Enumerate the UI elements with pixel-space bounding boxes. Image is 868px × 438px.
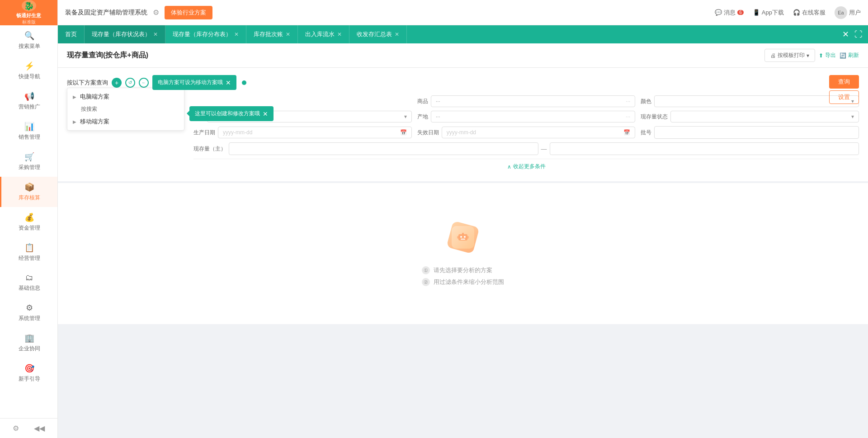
origin-select[interactable]: ··· ··· (431, 111, 636, 122)
reset-button[interactable]: 设置 (829, 90, 859, 104)
scheme-mobile-item[interactable]: ▶ 移动端方案 (67, 115, 184, 128)
sidebar-item-label: 搜索菜单 (19, 42, 40, 50)
industry-button[interactable]: 体验行业方案 (165, 6, 212, 19)
goods-label: 商品 (417, 98, 428, 105)
batch-input[interactable] (654, 126, 859, 139)
finance-icon: 💰 (24, 212, 34, 222)
collapse-bar[interactable]: ∧ 收起更多条件 (193, 159, 859, 174)
stock-qty-label: 现存量（主） (193, 145, 226, 153)
tab-summary[interactable]: 收发存汇总表 ✕ (349, 25, 407, 43)
app-download-item[interactable]: 📱 App下载 (753, 9, 784, 17)
message-label: 消息 (724, 9, 736, 17)
scheme-desktop-item[interactable]: ▶ 电脑端方案 (67, 90, 184, 104)
sidebar-item-label: 营销推广 (19, 103, 40, 111)
sidebar-item-finance[interactable]: 💰 资金管理 (0, 207, 57, 237)
refresh-scheme-button[interactable]: ↺ (125, 78, 135, 88)
sidebar-item-label: 经营管理 (19, 254, 40, 262)
empty-steps: ① 请先选择要分析的方案 ② 用过滤条件来缩小分析范围 (422, 264, 504, 288)
collapse-button[interactable]: ◀◀ (34, 424, 45, 433)
stock-status-label: 现存量状态 (641, 113, 668, 121)
guide-icon: 🎯 (24, 363, 34, 373)
filter-area: 按以下方案查询 + ↺ ← 电脑方案可设为移动方案哦 ✕ ▶ 电脑端方案 (58, 68, 868, 181)
sidebar-item-purchase[interactable]: 🛒 采购管理 (0, 146, 57, 177)
page-header-actions: 🖨 按模板打印 ▾ ⬆ 导出 🔄 刷新 (764, 49, 859, 62)
message-item[interactable]: 💬 消息 6 (715, 9, 744, 17)
service-item[interactable]: 🎧 在线客服 (793, 9, 826, 17)
scheme-sub-item[interactable]: 按搜索 (67, 104, 184, 115)
expire-date-input[interactable]: yyyy-mm-dd 📅 (442, 127, 636, 138)
chevron-down-icon: ▾ (807, 52, 809, 59)
tab-inventory-dist-close[interactable]: ✕ (234, 31, 239, 38)
sidebar: 🐉 畅通好生意 标准版 🔍 搜索菜单 ⚡ 快捷导航 📢 营销推广 📊 销售管理 … (0, 0, 58, 438)
sidebar-item-marketing[interactable]: 📢 营销推广 (0, 86, 57, 116)
filter-row-2: 尺码 产地 ··· ··· 现存量状态 (193, 111, 859, 122)
stock-qty-from-input[interactable] (229, 142, 538, 155)
origin-label: 产地 (417, 113, 428, 121)
chevron-right-icon2: ▶ (73, 119, 76, 124)
sidebar-item-guide[interactable]: 🎯 新手引导 (0, 358, 57, 388)
settings-gear-button[interactable]: ⚙ (153, 8, 159, 17)
goods-select[interactable]: ··· ··· (431, 95, 636, 107)
export-button[interactable]: ⬆ 导出 (819, 52, 836, 59)
tab-flow-label: 出入库流水 (305, 30, 335, 38)
tab-flow-close[interactable]: ✕ (337, 31, 342, 38)
print-icon: 🖨 (770, 52, 776, 59)
tab-summary-close[interactable]: ✕ (395, 31, 399, 38)
phone-icon: 📱 (753, 9, 760, 16)
chevron-right-icon: ▶ (73, 94, 76, 99)
tab-fullscreen-button[interactable]: ⛶ (853, 28, 864, 41)
stock-qty-to-input[interactable] (550, 142, 859, 155)
calendar-icon1[interactable]: 📅 (400, 129, 407, 136)
sidebar-item-system[interactable]: ⚙ 系统管理 (0, 297, 57, 328)
sidebar-item-search[interactable]: 🔍 搜索菜单 (0, 25, 57, 56)
tab-inventory-dist-label: 现存量（库存分布表） (173, 30, 231, 38)
scheme-panel: ▶ 电脑端方案 按搜索 ▶ 移动端方案 这里可以创建和修改方案哦 ✕ (67, 88, 184, 131)
empty-step-2: ② 用过滤条件来缩小分析范围 (422, 276, 504, 288)
sidebar-item-label: 资金管理 (19, 224, 40, 232)
quick-icon: ⚡ (24, 61, 34, 71)
chevron-up-icon: ∧ (507, 164, 511, 170)
main-content: 现存量查询(按仓库+商品) 🖨 按模板打印 ▾ ⬆ 导出 🔄 刷新 按以下方案查… (58, 43, 868, 438)
tab-inventory-status-close[interactable]: ✕ (153, 31, 158, 38)
scheme-mobile-label: 移动端方案 (80, 118, 109, 126)
tab-close-all-button[interactable]: ✕ (840, 28, 851, 41)
user-item[interactable]: Ea 用户 (835, 6, 861, 19)
template-print-button[interactable]: 🖨 按模板打印 ▾ (764, 49, 815, 62)
tab-flow[interactable]: 出入库流水 ✕ (298, 25, 349, 43)
tooltip2-close-button[interactable]: ✕ (263, 110, 268, 118)
tab-home[interactable]: 首页 (58, 25, 85, 43)
logo-icon: 🐉 (22, 0, 36, 11)
tab-inventory-status[interactable]: 现存量（库存状况表） ✕ (85, 25, 165, 43)
tooltip1-close-button[interactable]: ✕ (226, 79, 231, 86)
refresh-button[interactable]: 🔄 刷新 (840, 52, 859, 59)
sidebar-item-basic[interactable]: 🗂 基础信息 (0, 268, 57, 297)
back-scheme-button[interactable]: ← (139, 78, 149, 88)
produce-date-input[interactable]: yyyy-mm-dd 📅 (218, 127, 412, 138)
sidebar-item-inventory[interactable]: 📦 库存核算 (0, 177, 57, 207)
step-num-1: ① (422, 266, 430, 274)
message-icon: 💬 (715, 9, 722, 16)
export-icon: ⬆ (819, 52, 823, 59)
topbar: 装备及固定资产辅助管理系统 ⚙ 体验行业方案 💬 消息 6 📱 App下载 🎧 … (58, 0, 868, 25)
search-button[interactable]: 查询 (829, 75, 859, 89)
stock-status-select[interactable] (670, 111, 859, 122)
tab-actions: ✕ ⛶ (837, 25, 868, 43)
calendar-icon2[interactable]: 📅 (623, 129, 630, 136)
tab-batch[interactable]: 库存批次账 ✕ (246, 25, 298, 43)
settings-button[interactable]: ⚙ (13, 424, 19, 433)
tab-batch-close[interactable]: ✕ (286, 31, 290, 38)
refresh-icon: 🔄 (840, 52, 846, 59)
search-buttons: 查询 设置 (829, 75, 859, 104)
add-scheme-button[interactable]: + (112, 78, 122, 88)
color-select[interactable] (654, 95, 859, 107)
sidebar-item-quick[interactable]: ⚡ 快捷导航 (0, 56, 57, 86)
sidebar-item-sales[interactable]: 📊 销售管理 (0, 116, 57, 146)
produce-date-label: 生产日期 (193, 129, 215, 137)
tabbar: 首页 现存量（库存状况表） ✕ 现存量（库存分布表） ✕ 库存批次账 ✕ 出入库… (58, 25, 868, 43)
tab-inventory-dist[interactable]: 现存量（库存分布表） ✕ (165, 25, 246, 43)
sidebar-footer: ⚙ ◀◀ (0, 418, 57, 438)
dot-indicator (242, 80, 246, 85)
sidebar-item-enterprise[interactable]: 🏢 企业协同 (0, 328, 57, 358)
svg-rect-6 (467, 236, 469, 239)
sidebar-item-operation[interactable]: 📋 经营管理 (0, 237, 57, 268)
